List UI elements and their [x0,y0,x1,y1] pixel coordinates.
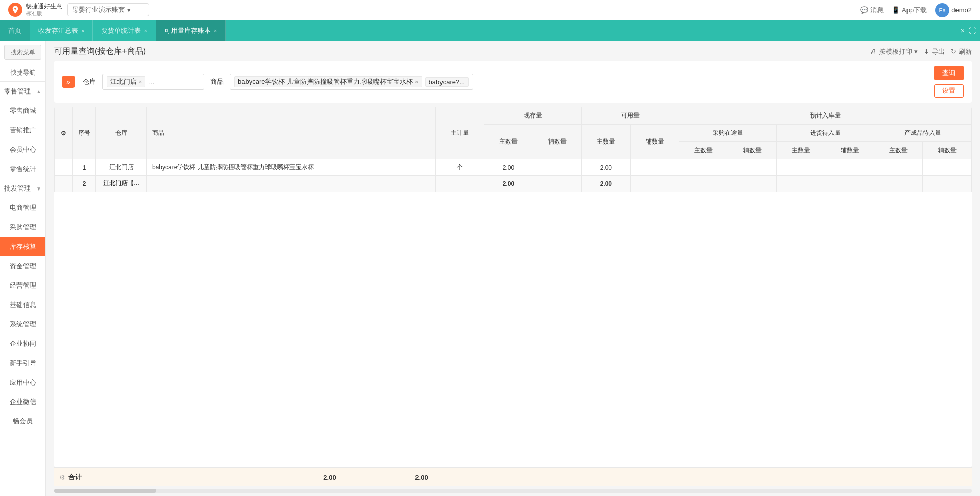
logo-icon [8,3,22,17]
sidebar-item-basic-info[interactable]: 基础信息 [0,295,45,315]
print-icon: 🖨 [870,48,877,55]
refresh-btn[interactable]: ↻ 刷新 [951,47,972,56]
top-bar: 畅捷通好生意 标准版 母婴行业演示账套 ▾ 💬 消息 📱 App下载 Ea de… [0,0,980,20]
sidebar-item-finance[interactable]: 资金管理 [0,256,45,276]
nav-tabs: 首页 收发存汇总表 × 要货单统计表 × 可用量库存账本 × × ⛶ [0,20,980,41]
sidebar-item-basic-info-label: 基础信息 [10,300,36,310]
sidebar-search-btn[interactable]: 搜索菜单 [4,45,41,60]
sidebar-item-wholesale-mgmt[interactable]: 批发管理 ▼ [0,179,45,198]
query-btn[interactable]: 查询 [934,66,964,80]
th-purchase-aux: 辅数量 [728,142,776,159]
scroll-thumb[interactable] [54,489,156,493]
product-filter-input[interactable]: babycare学饮杯 儿童防摔防撞吸管杯重力球吸嘴杯宝宝水杯 × babyca… [230,74,473,90]
row2-p-aux [728,176,776,192]
tab-receive-summary-close[interactable]: × [81,28,84,34]
sidebar-item-marketing-label: 营销推广 [10,126,36,135]
export-label: 导出 [932,47,945,56]
th-gear[interactable]: ⚙ [55,107,73,159]
sidebar-item-retail-store[interactable]: 零售商城 [0,101,45,121]
warehouse-filter-input[interactable]: 江北门店 × ... [102,74,204,90]
th-product: 商品 [147,107,436,159]
sidebar-item-purchase[interactable]: 采购管理 [0,218,45,237]
sidebar-item-retail-store-label: 零售商城 [10,106,36,115]
download-icon: 📱 [892,6,900,14]
row1-avail-main: 2.00 [582,159,630,176]
print-label: 按模板打印 [879,47,912,56]
footer-current-main: 2.00 [304,474,355,481]
page-header: 可用量查询(按仓库+商品) 🖨 按模板打印 ▾ ⬇ 导出 ↻ 刷新 [46,41,980,61]
sidebar-item-enterprise-wechat[interactable]: 企业微信 [0,392,45,412]
th-no: 序号 [73,107,96,159]
sidebar-item-enterprise[interactable]: 企业协同 [0,334,45,353]
row1-warehouse: 江北门店 [96,159,147,176]
industry-selector[interactable]: 母婴行业演示账套 ▾ [67,3,149,16]
tab-receive-summary[interactable]: 收发存汇总表 × [30,20,93,41]
sidebar-item-ecommerce[interactable]: 电商管理 [0,198,45,218]
tab-available-stock[interactable]: 可用量库存账本 × [156,20,226,41]
sidebar-item-system[interactable]: 系统管理 [0,315,45,334]
row2-warehouse: 江北门店【... [96,176,147,192]
sidebar-item-new-guide[interactable]: 新手引导 [0,353,45,373]
tab-spacer [226,20,957,41]
tab-home[interactable]: 首页 [0,20,30,41]
sidebar-nav-btn[interactable]: 快捷导航 [0,64,45,82]
th-purchase-incoming: 采购在途量 [679,125,777,142]
row1-product: babycare学饮杯 儿童防摔防撞吸管杯重力球吸嘴杯宝宝水杯 [147,159,436,176]
product-tag-1-close[interactable]: × [415,79,418,85]
sidebar-item-operations[interactable]: 经营管理 [0,276,45,295]
logo-area: 畅捷通好生意 标准版 [8,3,62,17]
settings-btn[interactable]: 设置 [934,84,964,98]
sidebar-item-app-center[interactable]: 应用中心 [0,373,45,392]
warehouse-tag-close[interactable]: × [139,79,142,85]
sidebar-item-wholesale-mgmt-label: 批发管理 [4,184,31,193]
app-download-btn[interactable]: 📱 App下载 [892,6,927,15]
sidebar-item-retail-stats-label: 零售统计 [10,164,36,174]
th-goods-incoming: 进货待入量 [776,125,874,142]
sidebar-item-system-label: 系统管理 [10,320,36,329]
warehouse-tag-value: 江北门店 [110,77,137,86]
th-product-main: 主数量 [874,142,922,159]
nav-expand-btn[interactable]: ⛶ [969,27,976,35]
row2-g-main [776,176,825,192]
th-available: 可用量 [582,107,679,125]
sidebar-item-retail-mgmt-label: 零售管理 [4,87,31,96]
sidebar-item-member2[interactable]: 畅会员 [0,412,45,431]
tab-receive-summary-label: 收发存汇总表 [38,26,78,35]
sidebar-item-inventory[interactable]: 库存核算 [0,237,45,256]
row2-current-aux [533,176,581,192]
filter-toggle-btn[interactable]: » [62,76,75,88]
message-btn[interactable]: 💬 消息 [860,6,884,15]
warehouse-more[interactable]: ... [149,78,154,86]
tab-order-stats-close[interactable]: × [144,28,147,34]
th-goods-aux: 辅数量 [825,142,874,159]
logo-text: 畅捷通好生意 [26,3,62,10]
th-product-aux: 辅数量 [923,142,972,159]
table-footer: ⚙ 合计 2.00 2.00 [54,467,972,486]
page-actions: 🖨 按模板打印 ▾ ⬇ 导出 ↻ 刷新 [870,47,972,56]
tab-available-stock-close[interactable]: × [214,28,217,34]
nav-close-btn[interactable]: × [961,27,965,35]
row1-current-aux [533,159,581,176]
sidebar-item-retail-stats[interactable]: 零售统计 [0,159,45,179]
scroll-track[interactable] [54,489,972,493]
print-btn[interactable]: 🖨 按模板打印 ▾ [870,47,918,56]
export-btn[interactable]: ⬇ 导出 [924,47,945,56]
sidebar-item-retail-mgmt[interactable]: 零售管理 ▲ [0,82,45,101]
th-current-stock: 现存量 [484,107,582,125]
sidebar-item-member[interactable]: 会员中心 [0,140,45,159]
avatar: Ea [935,3,949,17]
row2-gear [55,176,73,192]
sidebar-item-app-center-label: 应用中心 [10,378,36,387]
product-tag-2-value: babycare?... [429,78,465,86]
refresh-icon: ↻ [951,48,957,55]
sidebar-item-marketing[interactable]: 营销推广 [0,121,45,140]
th-product-incoming: 产成品待入量 [874,125,971,142]
product-filter-label: 商品 [210,77,224,86]
product-tag-1: babycare学饮杯 儿童防摔防撞吸管杯重力球吸嘴杯宝宝水杯 × [234,76,422,87]
th-unit: 主计量 [435,107,484,159]
table-row: 1 江北门店 babycare学饮杯 儿童防摔防撞吸管杯重力球吸嘴杯宝宝水杯 个… [55,159,972,176]
user-area[interactable]: Ea demo2 [935,3,972,17]
footer-empty-unit [263,474,304,481]
tab-order-stats[interactable]: 要货单统计表 × [93,20,156,41]
row1-no: 1 [73,159,96,176]
